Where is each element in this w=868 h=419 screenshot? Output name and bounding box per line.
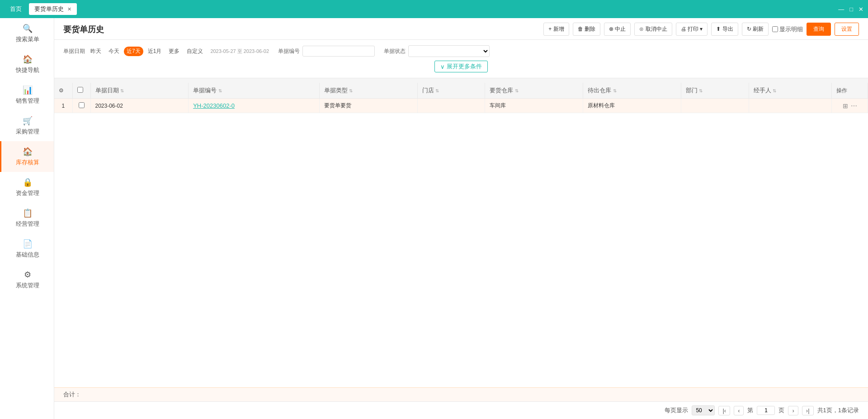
row-num-link[interactable]: YH-20230602-0 xyxy=(193,102,235,109)
display-cell-checkbox[interactable] xyxy=(772,26,778,32)
page-size-select[interactable]: 50 10 20 100 xyxy=(692,405,715,415)
sort-date-icon: ⇅ xyxy=(120,88,124,93)
close-icon[interactable]: ✕ xyxy=(859,6,863,13)
col-handler[interactable]: 经手人 ⇅ xyxy=(749,83,831,99)
row-handler xyxy=(749,99,831,113)
pagination-bar: 每页显示 50 10 20 100 |‹ ‹ 第 页 › ›| 共1页，1条记录 xyxy=(54,401,868,419)
date-shortcuts: 昨天 今天 近7天 近1月 更多 自定义 xyxy=(88,47,206,56)
display-cell-toggle[interactable]: 显示明细 xyxy=(772,25,803,33)
data-table: ⚙ 单据日期 ⇅ 单据编号 ⇅ 单据类型 ⇅ 门店 ⇅ 要货仓库 ⇅ 待出仓库 … xyxy=(54,83,868,113)
doc-num-input[interactable] xyxy=(302,46,375,57)
main-layout: 🔍 搜索菜单 🏠 快捷导航 📊 销售管理 🛒 采购管理 🏠 库存核算 🔒 资金管… xyxy=(0,18,868,419)
select-all-checkbox[interactable] xyxy=(77,87,83,93)
date-shortcut-more[interactable]: 更多 xyxy=(166,47,182,56)
next-page-button[interactable]: › xyxy=(788,406,798,415)
row-num: YH-20230602-0 xyxy=(189,99,320,113)
date-shortcut-today[interactable]: 今天 xyxy=(106,47,122,56)
col-num-header[interactable]: 单据编号 ⇅ xyxy=(189,83,320,99)
tab-close-icon[interactable]: ✕ xyxy=(67,6,71,12)
date-shortcut-7days[interactable]: 近7天 xyxy=(124,47,143,56)
minimize-icon[interactable]: — xyxy=(838,6,844,13)
date-filter-group: 单据日期 昨天 今天 近7天 近1月 更多 自定义 2023-05-27 至 2… xyxy=(63,47,269,56)
status-select[interactable] xyxy=(408,45,490,57)
refresh-button[interactable]: ↻ 刷新 xyxy=(742,23,769,36)
col-checkbox xyxy=(72,83,90,99)
sidebar-item-quick-nav[interactable]: 🏠 快捷导航 xyxy=(0,49,54,80)
sidebar-item-inventory[interactable]: 🏠 库存核算 xyxy=(0,141,54,172)
date-shortcut-1month[interactable]: 近1月 xyxy=(145,47,165,56)
table-row: 1 2023-06-02 YH-20230602-0 要货单要货 车间库 原材料… xyxy=(54,99,868,113)
settings-button[interactable]: 设置 xyxy=(835,23,859,36)
print-button[interactable]: 🖨 打印 ▾ xyxy=(676,23,708,36)
col-wait-wh[interactable]: 待出仓库 ⇅ xyxy=(583,83,681,99)
first-page-button[interactable]: |‹ xyxy=(718,406,730,415)
sales-icon: 📊 xyxy=(23,85,33,95)
row-view-icon[interactable]: ⊞ xyxy=(843,102,848,110)
query-button[interactable]: 查询 xyxy=(807,23,831,36)
summary-label: 合计： xyxy=(63,391,81,398)
row-select-checkbox[interactable] xyxy=(79,102,85,108)
date-shortcut-yesterday[interactable]: 昨天 xyxy=(88,47,104,56)
tab-requisition-history[interactable]: 要货单历史 ✕ xyxy=(29,3,77,15)
sort-dept-icon: ⇅ xyxy=(699,88,703,93)
table-footer: 合计： xyxy=(54,387,868,401)
sort-handler-icon: ⇅ xyxy=(773,88,776,93)
content-area: 要货单历史 + 新增 🗑 删除 ⊗ 中止 ⊙ 取消中止 🖨 打印 ▾ ⬆ 导出 … xyxy=(54,18,868,419)
page-num-input[interactable] xyxy=(757,406,775,415)
sidebar-item-system[interactable]: ⚙ 系统管理 xyxy=(0,264,54,295)
window-controls: — □ ✕ xyxy=(838,6,863,13)
row-req-wh: 车间库 xyxy=(485,99,583,113)
row-more-icon[interactable]: ⋯ xyxy=(851,102,857,110)
quick-nav-icon: 🏠 xyxy=(23,54,33,64)
last-page-button[interactable]: ›| xyxy=(802,406,814,415)
inventory-icon: 🏠 xyxy=(23,147,33,157)
new-button[interactable]: + 新增 xyxy=(543,23,569,36)
col-date[interactable]: 单据日期 ⇅ xyxy=(90,83,189,99)
col-dept[interactable]: 部门 ⇅ xyxy=(681,83,749,99)
col-store[interactable]: 门店 ⇅ xyxy=(417,83,485,99)
row-type: 要货单要货 xyxy=(319,99,417,113)
cancel-stop-button[interactable]: ⊙ 取消中止 xyxy=(634,23,672,36)
sidebar-item-finance[interactable]: 🔒 资金管理 xyxy=(0,172,54,203)
sort-type-icon: ⇅ xyxy=(349,88,353,93)
sidebar-item-purchase[interactable]: 🛒 采购管理 xyxy=(0,110,54,141)
sort-store-icon: ⇅ xyxy=(435,88,439,93)
row-seq: 1 xyxy=(54,99,72,113)
prev-page-button[interactable]: ‹ xyxy=(734,406,744,415)
sidebar-item-basic[interactable]: 📄 基础信息 xyxy=(0,233,54,264)
sidebar-item-operations[interactable]: 📋 经营管理 xyxy=(0,203,54,233)
top-bar: 首页 要货单历史 ✕ — □ ✕ xyxy=(0,0,868,18)
total-info: 共1页，1条记录 xyxy=(817,406,859,414)
expand-conditions-button[interactable]: ∨ 展开更多条件 xyxy=(434,61,488,72)
col-type[interactable]: 单据类型 ⇅ xyxy=(319,83,417,99)
sidebar-label-purchase: 采购管理 xyxy=(16,128,39,136)
sidebar-item-search-menu[interactable]: 🔍 搜索菜单 xyxy=(0,18,54,49)
sidebar-label-finance: 资金管理 xyxy=(16,189,39,197)
sidebar-label-system: 系统管理 xyxy=(16,281,39,290)
col-settings[interactable]: ⚙ xyxy=(54,83,72,99)
page-title: 要货单历史 xyxy=(63,24,104,35)
action-icons-group: ⊞ ⋯ xyxy=(836,102,863,110)
sidebar-item-sales[interactable]: 📊 销售管理 xyxy=(0,80,54,110)
status-label: 单据状态 xyxy=(384,48,406,55)
delete-button[interactable]: 🗑 删除 xyxy=(573,23,600,36)
expand-label: 展开更多条件 xyxy=(447,62,482,71)
page-num-label: 第 xyxy=(747,406,753,414)
tab-home[interactable]: 首页 xyxy=(5,3,27,15)
date-range-display: 2023-05-27 至 2023-06-02 xyxy=(210,48,269,55)
expand-arrow-icon: ∨ xyxy=(440,63,445,70)
table-header-row: ⚙ 单据日期 ⇅ 单据编号 ⇅ 单据类型 ⇅ 门店 ⇅ 要货仓库 ⇅ 待出仓库 … xyxy=(54,83,868,99)
stop-button[interactable]: ⊗ 中止 xyxy=(604,23,631,36)
maximize-icon[interactable]: □ xyxy=(849,6,853,13)
page-header: 要货单历史 + 新增 🗑 删除 ⊗ 中止 ⊙ 取消中止 🖨 打印 ▾ ⬆ 导出 … xyxy=(54,18,868,40)
sidebar-label-search-menu: 搜索菜单 xyxy=(16,35,39,43)
date-shortcut-custom[interactable]: 自定义 xyxy=(184,47,206,56)
col-req-wh[interactable]: 要货仓库 ⇅ xyxy=(485,83,583,99)
export-button[interactable]: ⬆ 导出 xyxy=(711,23,738,36)
purchase-icon: 🛒 xyxy=(23,116,33,126)
filter-area: 单据日期 昨天 今天 近7天 近1月 更多 自定义 2023-05-27 至 2… xyxy=(54,40,868,78)
row-store xyxy=(417,99,485,113)
operations-icon: 📋 xyxy=(23,208,33,218)
toolbar: + 新增 🗑 删除 ⊗ 中止 ⊙ 取消中止 🖨 打印 ▾ ⬆ 导出 ↻ 刷新 显… xyxy=(543,23,859,36)
sidebar-label-sales: 销售管理 xyxy=(16,97,39,105)
